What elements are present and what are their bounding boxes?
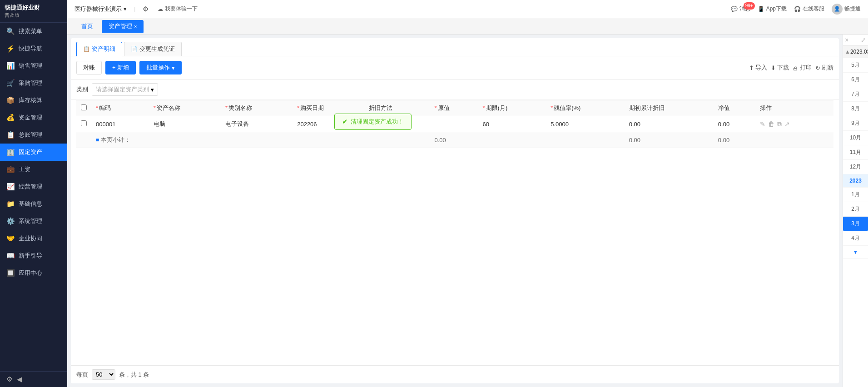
sub-tab-asset-detail-label: 资产明细 bbox=[92, 45, 115, 53]
sidebar-bottom: ⚙ ◀ bbox=[0, 371, 67, 387]
more-button[interactable]: ↗ bbox=[784, 120, 790, 128]
print-button[interactable]: 🖨 打印 bbox=[793, 64, 812, 72]
download-button[interactable]: ⬇ 下载 bbox=[771, 64, 789, 72]
per-page-select[interactable]: 50 10 20 100 bbox=[92, 369, 115, 380]
month-item-2[interactable]: 2月 bbox=[843, 202, 868, 217]
total-label: 条，共 1 条 bbox=[119, 371, 149, 379]
batch-label: 批量操作 bbox=[146, 64, 170, 72]
category-select[interactable]: 请选择固定资产类别 ▾ bbox=[92, 83, 158, 96]
sidebar-item-label: 总账管理 bbox=[19, 131, 42, 139]
delete-button[interactable]: 🗑 bbox=[768, 120, 774, 128]
select-all-checkbox[interactable] bbox=[81, 104, 87, 110]
account-button[interactable]: 对账 bbox=[76, 61, 102, 74]
settings-icon[interactable]: ⚙ bbox=[6, 375, 12, 383]
experience-link[interactable]: ☁ 我要体验一下 bbox=[158, 5, 198, 13]
month-item-3-current[interactable]: 3月 bbox=[843, 217, 868, 231]
month-item-9[interactable]: 9月 bbox=[843, 116, 868, 131]
edit-button[interactable]: ✎ bbox=[760, 120, 765, 128]
sidebar-item-system[interactable]: ⚙️系统管理 bbox=[0, 213, 67, 230]
month-item-4[interactable]: 4月 bbox=[843, 231, 868, 246]
new-button[interactable]: + 新增 bbox=[105, 61, 136, 74]
sidebar-item-label: 资金管理 bbox=[19, 114, 42, 122]
sidebar-item-basic-info[interactable]: 📁基础信息 bbox=[0, 195, 67, 213]
tabs-bar: 首页 资产管理 × bbox=[67, 18, 868, 35]
sidebar-item-label: 经营管理 bbox=[19, 183, 42, 191]
app-download-button[interactable]: 📱 App下载 bbox=[758, 5, 787, 13]
checkbox-header bbox=[76, 100, 91, 116]
download-label: 下载 bbox=[777, 64, 789, 72]
export-icon: ⬆ bbox=[749, 64, 754, 71]
sub-tab-asset-detail[interactable]: 📋 资产明细 bbox=[76, 42, 122, 56]
copy-button[interactable]: ⧉ bbox=[777, 120, 782, 128]
tab-asset-management[interactable]: 资产管理 × bbox=[102, 20, 144, 33]
tab-home[interactable]: 首页 bbox=[74, 20, 100, 33]
table-row: 000001 电脑 电子设备 202206 年限平均 60 5.0000 0.0… bbox=[76, 116, 833, 132]
row-checkbox[interactable] bbox=[81, 120, 87, 126]
filter-row: 类别 请选择固定资产类别 ▾ bbox=[71, 79, 839, 100]
row-actions-cell: ✎ 🗑 ⧉ ↗ bbox=[755, 116, 833, 132]
month-item-7[interactable]: 7月 bbox=[843, 87, 868, 102]
month-item-12[interactable]: 12月 bbox=[843, 160, 868, 174]
purchase-icon: 🛒 bbox=[6, 79, 15, 87]
user-menu[interactable]: 👤 畅捷通 bbox=[832, 4, 861, 15]
row-original-value bbox=[430, 116, 478, 132]
sidebar-item-finance[interactable]: 💰资金管理 bbox=[0, 109, 67, 126]
sidebar-item-purchase[interactable]: 🛒采购管理 bbox=[0, 74, 67, 92]
print-label: 打印 bbox=[800, 64, 812, 72]
batch-button[interactable]: 批量操作 ▾ bbox=[139, 61, 182, 74]
tab-close-icon[interactable]: × bbox=[134, 24, 137, 29]
sidebar-item-label: 企业协同 bbox=[19, 234, 42, 243]
month-item-5[interactable]: 5月 bbox=[843, 58, 868, 73]
sidebar-item-ledger[interactable]: 📋总账管理 bbox=[0, 126, 67, 144]
month-item-10[interactable]: 10月 bbox=[843, 131, 868, 145]
month-item-6[interactable]: 6月 bbox=[843, 73, 868, 87]
table-container: ✔ 清理固定资产成功！ *编码 *资产名称 *类别名称 *购买日期 bbox=[71, 100, 839, 365]
message-button[interactable]: 💬 消息 99+ bbox=[731, 5, 750, 13]
settings-gear-icon[interactable]: ⚙ bbox=[143, 5, 149, 13]
month-item-1[interactable]: 1月 bbox=[843, 188, 868, 202]
year-up-icon[interactable]: ▲ bbox=[845, 49, 850, 55]
batch-chevron-icon: ▾ bbox=[172, 64, 175, 71]
topbar: 医疗器械行业演示 ▾ | ⚙ ☁ 我要体验一下 💬 消息 99+ 📱 App下载… bbox=[67, 0, 868, 18]
row-term: 60 bbox=[478, 116, 546, 132]
app-title: 畅捷通好业财 bbox=[5, 4, 40, 12]
sidebar-item-guide[interactable]: 📖新手引导 bbox=[0, 247, 67, 264]
topbar-divider: | bbox=[134, 5, 135, 12]
print-icon: 🖨 bbox=[793, 64, 799, 71]
export-button[interactable]: ⬆ 导入 bbox=[749, 64, 767, 72]
sidebar-item-search[interactable]: 🔍搜索菜单 bbox=[0, 23, 67, 40]
year-nav-down-arrow[interactable]: ▼ bbox=[843, 246, 868, 259]
sidebar-item-inventory[interactable]: 📦库存核算 bbox=[0, 92, 67, 109]
sidebar-item-app-center[interactable]: 🔲应用中心 bbox=[0, 264, 67, 282]
year-sidebar-expand-icon[interactable]: ⤢ bbox=[861, 36, 866, 44]
col-header-actions: 操作 bbox=[755, 100, 833, 116]
year-divider-2023[interactable]: 2023 bbox=[843, 174, 868, 188]
subtotal-original: 0.00 bbox=[430, 132, 478, 148]
collapse-icon[interactable]: ◀ bbox=[17, 375, 22, 383]
assets-table: *编码 *资产名称 *类别名称 *购买日期 折旧方法 *原值 *期限(月) *残… bbox=[76, 100, 833, 148]
sidebar-item-quick-nav[interactable]: ⚡快捷导航 bbox=[0, 40, 67, 57]
month-item-8[interactable]: 8月 bbox=[843, 102, 868, 116]
toolbar: 对账 + 新增 批量操作 ▾ ⬆ 导入 ⬇ 下载 🖨 bbox=[71, 56, 839, 79]
sidebar-item-sales[interactable]: 📊销售管理 bbox=[0, 57, 67, 74]
subtotal-actions bbox=[755, 132, 833, 148]
year-sidebar-close-icon[interactable]: × bbox=[845, 36, 848, 44]
sidebar-item-label: 工资 bbox=[19, 165, 30, 174]
sidebar-item-enterprise[interactable]: 🤝企业协同 bbox=[0, 230, 67, 247]
sub-tab-change-voucher[interactable]: 📄 变更生成凭证 bbox=[124, 42, 182, 56]
sidebar-item-label: 新手引导 bbox=[19, 252, 42, 260]
sidebar-item-salary[interactable]: 💼工资 bbox=[0, 161, 67, 178]
sidebar-item-operations[interactable]: 📈经营管理 bbox=[0, 178, 67, 195]
refresh-button[interactable]: ↻ 刷新 bbox=[815, 64, 833, 72]
message-badge: 99+ bbox=[744, 2, 755, 10]
sidebar-item-fixed-assets[interactable]: 🏢固定资产 bbox=[0, 144, 67, 161]
headset-icon: 🎧 bbox=[794, 6, 801, 12]
year-sidebar-controls: × ⤢ bbox=[843, 35, 868, 46]
quick-nav-icon: ⚡ bbox=[6, 45, 15, 53]
sub-tab-change-voucher-label: 变更生成凭证 bbox=[139, 45, 175, 53]
success-toast: ✔ 清理固定资产成功！ bbox=[334, 114, 412, 130]
year-nav-scroll: 5月 6月 7月 8月 9月 10月 11月 12月 2023 1月 2月 3月… bbox=[843, 58, 868, 387]
month-item-11[interactable]: 11月 bbox=[843, 145, 868, 160]
online-support-button[interactable]: 🎧 在线客服 bbox=[794, 5, 824, 13]
company-selector[interactable]: 医疗器械行业演示 ▾ bbox=[74, 5, 127, 13]
